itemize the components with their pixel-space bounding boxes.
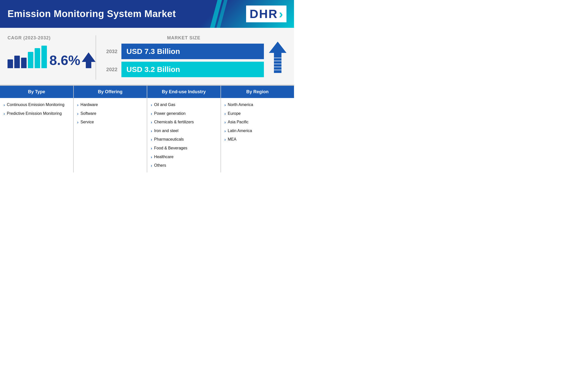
category-type-header: By Type (0, 86, 73, 98)
category-enduse-col: By End-use Industry › Oil and Gas › Powe… (147, 86, 221, 172)
list-item: › MEA (225, 137, 291, 142)
chevron-icon: › (151, 102, 152, 108)
chevron-icon: › (225, 111, 226, 117)
category-type-items: › Continuous Emission Monitoring › Predi… (0, 98, 73, 172)
cagr-label: CAGR (2023-2032) (8, 35, 96, 41)
market-2032-row: 2032 USD 7.3 Billion (104, 44, 264, 59)
chevron-icon: › (4, 111, 5, 117)
chevron-icon: › (4, 102, 5, 108)
list-item: › North America (225, 102, 291, 108)
enduse-item-8: Others (154, 163, 166, 168)
list-item: › Latin America (225, 128, 291, 134)
growth-arrow-icon (269, 40, 286, 73)
type-item-2: Predictive Emission Monitoring (7, 111, 62, 116)
list-item: › Continuous Emission Monitoring (4, 102, 70, 108)
chevron-icon: › (151, 154, 152, 160)
chevron-icon: › (151, 146, 152, 151)
category-region-items: › North America › Europe › Asia Pacific … (221, 98, 294, 172)
offering-item-1: Hardware (81, 102, 98, 108)
enduse-item-1: Oil and Gas (154, 102, 175, 108)
year-2032-label: 2032 (104, 49, 117, 54)
cagr-value: 8.6% (49, 53, 80, 67)
list-item: › Oil and Gas (151, 102, 217, 108)
bar-chart (8, 46, 47, 68)
category-region-header: By Region (221, 86, 294, 98)
market-2022-row: 2022 USD 3.2 Billion (104, 62, 264, 77)
enduse-item-4: Iron and steel (154, 128, 178, 134)
cagr-block: CAGR (2023-2032) 8.6% (8, 35, 96, 68)
growth-indicator (269, 35, 286, 73)
category-enduse-items: › Oil and Gas › Power generation › Chemi… (147, 98, 220, 172)
list-item: › Predictive Emission Monitoring (4, 111, 70, 117)
list-item: › Pharmaceuticals (151, 137, 217, 142)
list-item: › Chemicals & fertilizers (151, 119, 217, 125)
chevron-icon: › (225, 120, 226, 125)
bar-1 (8, 59, 13, 68)
category-type-col: By Type › Continuous Emission Monitoring… (0, 86, 74, 172)
region-item-4: Latin America (228, 128, 252, 134)
category-offering-header: By Offering (74, 86, 147, 98)
chevron-icon: › (77, 111, 79, 117)
enduse-item-2: Power generation (154, 111, 185, 116)
chevron-icon: › (225, 128, 226, 134)
chevron-icon: › (151, 120, 152, 125)
bar-2 (14, 56, 20, 68)
chevron-icon: › (77, 102, 79, 108)
svg-marker-0 (82, 52, 96, 68)
header-decoration (210, 0, 248, 28)
type-item-1: Continuous Emission Monitoring (7, 102, 64, 108)
list-item: › Software (77, 111, 143, 117)
dhr-logo: DHR › (246, 6, 286, 22)
category-region-col: By Region › North America › Europe › Asi… (221, 86, 294, 172)
enduse-item-7: Healthcare (154, 154, 173, 160)
offering-item-2: Software (81, 111, 96, 116)
chevron-icon: › (151, 128, 152, 134)
list-item: › Healthcare (151, 154, 217, 160)
market-bar-2032: USD 7.3 Billion (121, 44, 264, 59)
logo-arrow: › (279, 7, 283, 21)
list-item: › Iron and steel (151, 128, 217, 134)
list-item: › Power generation (151, 111, 217, 117)
chevron-icon: › (151, 111, 152, 117)
page-header: Emission Monitoring System Market DHR › (0, 0, 294, 28)
list-item: › Asia Pacific (225, 119, 291, 125)
chevron-icon: › (225, 137, 226, 142)
list-item: › Others (151, 163, 217, 168)
chevron-icon: › (225, 102, 226, 108)
page-title: Emission Monitoring System Market (8, 9, 176, 19)
offering-item-3: Service (81, 119, 94, 125)
list-item: › Service (77, 119, 143, 125)
bar-4 (28, 52, 33, 68)
bar-5 (35, 48, 40, 68)
market-size-label: MARKET SIZE (104, 35, 264, 41)
region-item-3: Asia Pacific (228, 119, 249, 125)
year-2022-label: 2022 (104, 67, 117, 72)
region-item-1: North America (228, 102, 253, 108)
category-offering-items: › Hardware › Software › Service (74, 98, 147, 172)
market-value-2032: USD 7.3 Billion (126, 47, 180, 56)
bar-3 (21, 58, 27, 68)
list-item: › Food & Beverages (151, 145, 217, 151)
enduse-item-6: Food & Beverages (154, 145, 187, 151)
bar-6 (41, 46, 47, 68)
chevron-icon: › (151, 137, 152, 142)
market-size-block: MARKET SIZE 2032 USD 7.3 Billion 2022 US… (96, 35, 286, 80)
region-item-5: MEA (228, 137, 237, 142)
category-offering-col: By Offering › Hardware › Software › Serv… (74, 86, 148, 172)
list-item: › Hardware (77, 102, 143, 108)
region-item-2: Europe (228, 111, 241, 116)
logo-text: DHR (250, 7, 278, 21)
enduse-item-5: Pharmaceuticals (154, 137, 184, 142)
market-value-2022: USD 3.2 Billion (126, 65, 180, 74)
market-bar-2022: USD 3.2 Billion (121, 62, 264, 77)
enduse-item-3: Chemicals & fertilizers (154, 119, 194, 125)
categories-section: By Type › Continuous Emission Monitoring… (0, 85, 294, 172)
chevron-icon: › (77, 120, 79, 125)
metrics-section: CAGR (2023-2032) 8.6% (0, 28, 294, 85)
svg-marker-1 (269, 42, 286, 73)
category-enduse-header: By End-use Industry (147, 86, 220, 98)
list-item: › Europe (225, 111, 291, 117)
chevron-icon: › (151, 163, 152, 168)
trend-arrow-icon (82, 52, 96, 68)
